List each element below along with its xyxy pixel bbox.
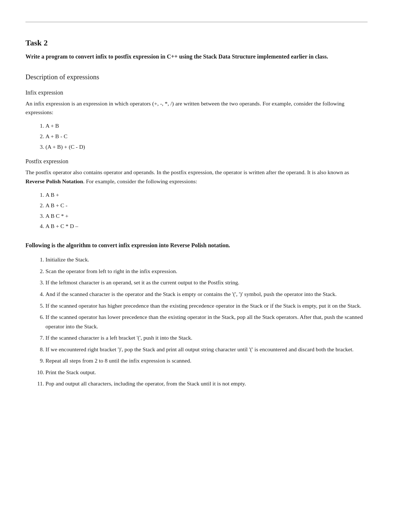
infix-examples-list: A + B A + B - C (A + B) + (C - D) bbox=[45, 121, 368, 151]
list-item: A B C * + bbox=[45, 212, 368, 221]
algorithm-step-9: Repeat all steps from 2 to 8 until the i… bbox=[45, 356, 368, 365]
infix-paragraph: An infix expression is an expression in … bbox=[25, 99, 368, 117]
list-item: A + B bbox=[45, 121, 368, 131]
algorithm-step-4: And if the scanned character is the oper… bbox=[45, 289, 368, 299]
list-item: (A + B) + (C - D) bbox=[45, 143, 368, 152]
algorithm-heading: Following is the algorithm to convert in… bbox=[25, 241, 368, 250]
list-item: A B + bbox=[45, 191, 368, 200]
task-title: Task 2 bbox=[25, 37, 368, 49]
algorithm-step-10: Print the Stack output. bbox=[45, 368, 368, 377]
algorithm-step-5: If the scanned operator has higher prece… bbox=[45, 301, 368, 311]
infix-sub-heading: Infix expression bbox=[25, 88, 368, 97]
algorithm-step-2: Scan the operator from left to right in … bbox=[45, 267, 368, 276]
algorithm-step-3: If the leftmost character is an operand,… bbox=[45, 278, 368, 287]
algorithm-step-6: If the scanned operator has lower preced… bbox=[45, 312, 368, 331]
postfix-paragraph: The postfix operator also contains opera… bbox=[25, 168, 368, 186]
algorithm-step-1: Initialize the Stack. bbox=[45, 255, 368, 264]
postfix-paragraph-after: . For example, consider the following ex… bbox=[83, 178, 197, 184]
postfix-paragraph-before: The postfix operator also contains opera… bbox=[25, 169, 349, 175]
list-item: A B + C * D – bbox=[45, 222, 368, 231]
description-heading: Description of expressions bbox=[25, 72, 368, 83]
algorithm-step-11: Pop and output all characters, including… bbox=[45, 379, 368, 388]
task-subtitle: Write a program to convert infix to post… bbox=[25, 52, 368, 61]
algorithm-step-7: If the scanned character is a left brack… bbox=[45, 333, 368, 343]
top-border bbox=[25, 22, 368, 22]
algorithm-step-8: If we encountered right bracket ')', pop… bbox=[45, 345, 368, 354]
list-item: A + B - C bbox=[45, 132, 368, 141]
postfix-examples-list: A B + A B + C - A B C * + A B + C * D – bbox=[45, 191, 368, 231]
algorithm-steps-list: Initialize the Stack. Scan the operator … bbox=[45, 255, 368, 388]
postfix-sub-heading: Postfix expression bbox=[25, 157, 368, 166]
list-item: A B + C - bbox=[45, 201, 368, 210]
postfix-bold: Reverse Polish Notation bbox=[25, 178, 83, 184]
